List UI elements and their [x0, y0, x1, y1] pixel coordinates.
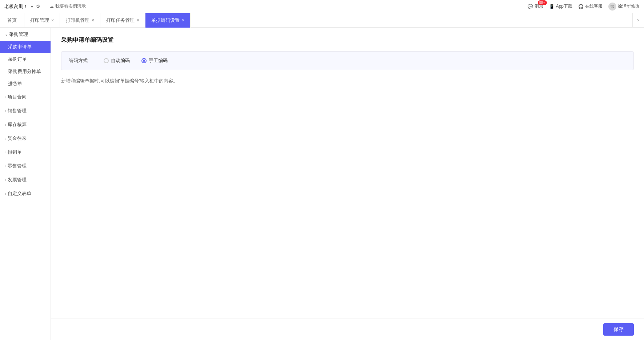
demo-link[interactable]: ☁ 我要看实例演示: [49, 3, 86, 9]
content-footer: 保存: [51, 319, 644, 340]
custom-form-label: 自定义表单: [8, 190, 31, 197]
custom-form-arrow: ›: [5, 192, 6, 196]
sales-arrow: ›: [5, 109, 6, 113]
inventory-label: 库存核算: [8, 121, 27, 128]
sidebar-item-purchase-receipt-label: 进货单: [8, 81, 22, 86]
avatar: 徐: [608, 3, 616, 11]
invoice-arrow: ›: [5, 178, 6, 182]
sidebar-item-purchase-receipt[interactable]: 进货单: [0, 78, 51, 90]
close-all-icon: ×: [637, 18, 640, 23]
radio-auto-label: 自动编码: [111, 57, 130, 64]
app-icon: 📱: [549, 4, 555, 9]
sidebar-group-purchase-header[interactable]: ∨ 采购管理: [0, 28, 51, 41]
sidebar-group-inventory[interactable]: › 库存核算: [0, 118, 51, 131]
sidebar-item-purchase-expense[interactable]: 采购费用分摊单: [0, 65, 51, 78]
sales-label: 销售管理: [8, 108, 27, 114]
tab-printer-management[interactable]: 打印机管理 ×: [60, 13, 100, 28]
user-menu[interactable]: 徐 徐泽华修改: [608, 3, 640, 11]
sidebar-group-project-contract[interactable]: › 项目合同: [0, 90, 51, 104]
sidebar-item-purchase-request[interactable]: 采购申请单: [0, 41, 51, 53]
app-label: App下载: [556, 3, 572, 9]
radio-manual-circle: [141, 58, 147, 63]
coding-section: 编码方式 自动编码 手工编码: [61, 51, 634, 70]
sidebar-group-sales[interactable]: › 销售管理: [0, 104, 51, 118]
radio-auto-coding[interactable]: 自动编码: [104, 57, 130, 64]
coding-row: 编码方式 自动编码 手工编码: [69, 57, 626, 64]
online-support-action[interactable]: 🎧 在线客服: [578, 3, 603, 9]
tab-print-task-label: 打印任务管理: [106, 17, 135, 24]
sidebar-item-purchase-order-label: 采购订单: [8, 56, 27, 62]
support-label: 在线客服: [585, 3, 603, 9]
radio-manual-coding[interactable]: 手工编码: [141, 57, 168, 64]
content-body: 采购申请单编码设置 编码方式 自动编码 手工编码 新增和编辑单据时,可以编辑'单…: [51, 28, 644, 319]
support-icon: 🎧: [578, 4, 584, 9]
retail-label: 零售管理: [8, 163, 27, 169]
inventory-arrow: ›: [5, 123, 6, 127]
main-layout: ∨ 采购管理 采购申请单 采购订单 采购费用分摊单 进货单 › 项目合同 › 销…: [0, 28, 644, 340]
close-all-tabs[interactable]: ×: [632, 13, 644, 28]
tab-print-management[interactable]: 打印管理 ×: [24, 13, 60, 28]
message-badge: 99+: [538, 0, 547, 5]
radio-manual-label: 手工编码: [149, 57, 168, 64]
finance-arrow: ›: [5, 137, 6, 141]
tab-home[interactable]: 首页: [0, 13, 24, 28]
tab-code-setting-close[interactable]: ×: [182, 18, 184, 23]
sidebar-group-purchase: ∨ 采购管理 采购申请单 采购订单 采购费用分摊单 进货单: [0, 28, 51, 90]
sidebar-item-purchase-expense-label: 采购费用分摊单: [8, 69, 41, 74]
sidebar: ∨ 采购管理 采购申请单 采购订单 采购费用分摊单 进货单 › 项目合同 › 销…: [0, 28, 51, 340]
sidebar-group-reimbursement[interactable]: › 报销单: [0, 145, 51, 159]
tab-print-management-label: 打印管理: [30, 17, 49, 24]
sidebar-item-purchase-order[interactable]: 采购订单: [0, 53, 51, 65]
tab-printer-management-label: 打印机管理: [66, 17, 89, 24]
project-contract-label: 项目合同: [8, 94, 27, 100]
page-title: 采购申请单编码设置: [61, 36, 634, 44]
invoice-label: 发票管理: [8, 177, 27, 183]
purchase-group-arrow: ∨: [5, 33, 8, 37]
tabs-bar: 首页 打印管理 × 打印机管理 × 打印任务管理 × 单据编码设置 × ×: [0, 13, 644, 28]
tab-home-label: 首页: [7, 17, 17, 24]
message-icon: 💬: [528, 4, 533, 9]
tab-printer-management-close[interactable]: ×: [92, 18, 94, 23]
hint-text: 新增和编辑单据时,可以编辑'单据编号'输入框中的内容。: [61, 77, 634, 85]
avatar-text: 徐: [611, 4, 614, 9]
sidebar-group-finance[interactable]: › 资金往来: [0, 131, 51, 145]
user-name: 徐泽华修改: [618, 3, 640, 9]
settings-icon[interactable]: ⚙: [36, 4, 40, 9]
radio-auto-circle: [104, 58, 109, 63]
tab-print-task-close[interactable]: ×: [137, 18, 139, 23]
sidebar-item-purchase-request-label: 采购申请单: [8, 44, 32, 49]
tab-code-setting[interactable]: 单据编码设置 ×: [145, 13, 191, 28]
tab-code-setting-label: 单据编码设置: [151, 17, 180, 24]
purchase-group-label: 采购管理: [9, 31, 28, 38]
divider: [45, 4, 45, 9]
sidebar-group-retail[interactable]: › 零售管理: [0, 159, 51, 173]
sidebar-group-invoice[interactable]: › 发票管理: [0, 173, 51, 187]
top-bar-left: 老板勿删！ ▾ ⚙ ☁ 我要看实例演示: [4, 3, 86, 10]
retail-arrow: ›: [5, 164, 6, 168]
app-download-action[interactable]: 📱 App下载: [549, 3, 572, 9]
dropdown-icon[interactable]: ▾: [31, 4, 33, 9]
finance-label: 资金往来: [8, 135, 27, 142]
coding-label: 编码方式: [69, 57, 88, 64]
tab-print-task[interactable]: 打印任务管理 ×: [100, 13, 145, 28]
demo-text: 我要看实例演示: [55, 3, 86, 9]
project-contract-arrow: ›: [5, 95, 6, 99]
reimbursement-label: 报销单: [8, 149, 22, 155]
reimbursement-arrow: ›: [5, 150, 6, 154]
cloud-icon: ☁: [49, 4, 54, 9]
brand-text: 老板勿删！: [4, 3, 28, 10]
tab-print-management-close[interactable]: ×: [51, 18, 54, 23]
content-area: 采购申请单编码设置 编码方式 自动编码 手工编码 新增和编辑单据时,可以编辑'单…: [51, 28, 644, 340]
top-bar-right: 💬 消息 99+ 📱 App下载 🎧 在线客服 徐 徐泽华修改: [528, 3, 640, 11]
top-bar: 老板勿删！ ▾ ⚙ ☁ 我要看实例演示 💬 消息 99+ 📱 App下载 🎧 在…: [0, 0, 644, 13]
save-button[interactable]: 保存: [603, 323, 634, 336]
messages-action[interactable]: 💬 消息 99+: [528, 3, 543, 9]
sidebar-group-custom-form[interactable]: › 自定义表单: [0, 187, 51, 201]
